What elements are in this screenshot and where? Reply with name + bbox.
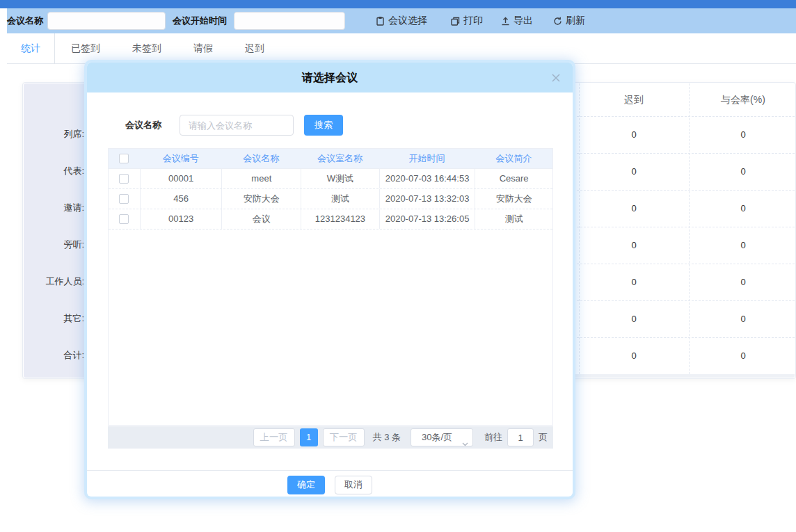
stats-row-label: 旁听: <box>24 239 84 251</box>
pagination-bar: 上一页 1 下一页 共 3 条 30条/页 前往 页 <box>108 426 553 449</box>
tab-late[interactable]: 迟到 <box>229 33 280 64</box>
table-cell: 1231234123 <box>301 209 379 229</box>
dialog-search-row: 会议名称 搜索 <box>87 115 573 136</box>
export-icon <box>501 17 510 26</box>
stats-value-late: 0 <box>579 154 689 190</box>
page-size-select[interactable]: 30条/页 <box>411 428 473 446</box>
page-size-value: 30条/页 <box>422 432 452 442</box>
dialog-footer: 确定 取消 <box>87 470 573 497</box>
stats-value-rate: 0 <box>689 154 795 190</box>
row-checkbox[interactable] <box>119 214 129 224</box>
meeting-select-label: 会议选择 <box>388 15 427 27</box>
tab-leave[interactable]: 请假 <box>177 33 229 64</box>
meeting-table-header: 会议编号 会议名称 会议室名称 开始时间 会议简介 <box>109 149 552 169</box>
table-cell: W测试 <box>301 169 379 188</box>
table-row: 456安防大会测试2020-07-13 13:32:03安防大会 <box>109 189 552 209</box>
dialog-search-button[interactable]: 搜索 <box>304 115 343 136</box>
stats-value-rate: 0 <box>689 117 795 153</box>
stats-value-late: 0 <box>579 264 689 300</box>
table-cell: 2020-07-03 16:44:53 <box>379 169 475 188</box>
tab-bar: 统计已签到未签到请假迟到 <box>7 33 796 64</box>
table-row: 00123会议12312341232020-07-13 13:26:05测试 <box>109 209 552 229</box>
export-label: 导出 <box>514 15 533 27</box>
refresh-button[interactable]: 刷新 <box>553 8 585 33</box>
table-cell: 00001 <box>140 169 222 188</box>
table-cell: 安防大会 <box>475 189 552 209</box>
stats-value-late: 0 <box>579 338 689 374</box>
top-strip <box>0 0 796 8</box>
start-time-label: 会议开始时间 <box>173 8 227 33</box>
print-icon <box>451 17 460 26</box>
goto-label: 前往 <box>484 431 502 444</box>
prev-page-button[interactable]: 上一页 <box>253 428 295 446</box>
table-cell: 2020-07-13 13:26:05 <box>379 209 475 229</box>
dialog-title: 请选择会议 <box>87 63 573 92</box>
stats-value-rate: 0 <box>689 338 795 374</box>
refresh-label: 刷新 <box>566 15 585 27</box>
meeting-select-button[interactable]: 会议选择 <box>376 8 427 33</box>
app-page: 会议名称 会议开始时间 会议选择 打印 导出 刷新 <box>0 0 796 532</box>
dialog-search-label: 会议名称 <box>125 115 166 136</box>
stats-row-label: 列席: <box>24 128 84 140</box>
table-cell: Cesare <box>475 169 552 188</box>
col-meeting-name: 会议名称 <box>221 149 301 168</box>
row-checkbox-cell <box>109 189 140 209</box>
print-button[interactable]: 打印 <box>451 8 483 33</box>
row-checkbox-cell <box>109 169 140 188</box>
stats-value-rate: 0 <box>689 301 795 337</box>
meeting-table: 会议编号 会议名称 会议室名称 开始时间 会议简介 00001meetW测试20… <box>108 148 553 426</box>
next-page-button[interactable]: 下一页 <box>323 428 365 446</box>
col-brief: 会议简介 <box>475 149 552 168</box>
toolbar: 会议名称 会议开始时间 会议选择 打印 导出 刷新 <box>7 8 796 33</box>
meeting-table-body: 00001meetW测试2020-07-03 16:44:53Cesare456… <box>109 169 552 229</box>
stats-value-rate: 0 <box>689 227 795 264</box>
meeting-name-label: 会议名称 <box>7 8 43 33</box>
meeting-select-dialog: 请选择会议 会议名称 搜索 会议编号 会议名称 会议室名称 开始时间 会议简介 … <box>87 63 573 497</box>
refresh-icon <box>553 17 562 26</box>
table-cell: 456 <box>140 189 222 209</box>
stats-value-rate: 0 <box>689 191 795 227</box>
table-row: 00001meetW测试2020-07-03 16:44:53Cesare <box>109 169 552 189</box>
clipboard-icon <box>376 16 385 26</box>
col-room-name: 会议室名称 <box>301 149 379 168</box>
print-label: 打印 <box>463 15 483 27</box>
stats-value-late: 0 <box>579 117 689 153</box>
row-checkbox[interactable] <box>119 194 129 204</box>
stats-row-label: 邀请: <box>24 202 84 214</box>
goto-page-input[interactable] <box>507 428 534 446</box>
tab-statistics[interactable]: 统计 <box>7 33 55 64</box>
col-meeting-no: 会议编号 <box>140 149 222 168</box>
total-count-label: 共 3 条 <box>373 431 401 444</box>
page-number-1[interactable]: 1 <box>300 428 318 446</box>
meeting-name-input[interactable] <box>47 12 166 30</box>
select-all-checkbox[interactable] <box>119 154 129 163</box>
row-checkbox-cell <box>109 209 140 229</box>
table-cell: 安防大会 <box>221 189 301 209</box>
confirm-button[interactable]: 确定 <box>287 476 325 494</box>
stats-col-rate: 与会率(%) <box>689 83 795 116</box>
close-icon[interactable] <box>549 71 563 85</box>
goto-unit-label: 页 <box>539 431 548 444</box>
col-start-time: 开始时间 <box>379 149 475 168</box>
table-cell: 2020-07-13 13:32:03 <box>379 189 475 209</box>
stats-value-late: 0 <box>579 301 689 337</box>
table-cell: 测试 <box>301 189 379 209</box>
cancel-button[interactable]: 取消 <box>335 476 372 494</box>
row-checkbox[interactable] <box>119 174 129 184</box>
stats-row-label: 合计: <box>24 349 84 362</box>
table-cell: 00123 <box>140 209 222 229</box>
table-cell: 会议 <box>221 209 301 229</box>
stats-col-late: 迟到 <box>579 83 689 116</box>
stats-value-late: 0 <box>579 227 689 264</box>
table-cell: 测试 <box>475 209 552 229</box>
chevron-down-icon <box>462 435 468 452</box>
export-button[interactable]: 导出 <box>501 8 533 33</box>
tab-not-signed[interactable]: 未签到 <box>116 33 177 64</box>
stats-value-rate: 0 <box>689 264 795 300</box>
tab-signed[interactable]: 已签到 <box>55 33 116 64</box>
start-time-input[interactable] <box>234 12 345 30</box>
dialog-search-input[interactable] <box>180 115 294 136</box>
select-all-cell <box>109 149 140 168</box>
stats-row-label: 工作人员: <box>24 275 84 288</box>
stats-value-late: 0 <box>579 191 689 227</box>
